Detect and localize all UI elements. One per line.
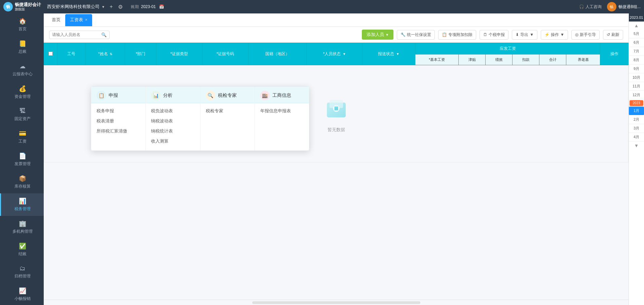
settings-button[interactable]: ⚙ <box>117 2 124 11</box>
tab-salary-label: 工资表 <box>70 17 83 23</box>
search-input[interactable] <box>52 32 99 37</box>
main-layout: 🏠 首页 📒 总账 ☁ 云报表中心 💰 资金管理 🏗 固定资产 💳 工资 📄 发… <box>0 13 644 305</box>
status-filter-icon[interactable]: ▼ <box>343 52 346 56</box>
dropdown-item-taxcheck[interactable]: 税检专家 <box>206 106 249 116</box>
company-name: 西安虾米网络科技有限公司 <box>47 4 100 10</box>
user-name: 畅捷通B组... <box>618 4 641 10</box>
export-arrow: ▼ <box>530 32 534 37</box>
tax-icon: 📊 <box>19 197 26 205</box>
calendar-button[interactable]: 📅 <box>158 3 165 10</box>
dropdown-item-tax-burden[interactable]: 税负波动表 <box>151 106 194 116</box>
right-panel-month-3[interactable]: 3月 <box>629 124 644 133</box>
social-insurance-label: 统一社保设置 <box>407 32 431 38</box>
dropdown-item-income-tax[interactable]: 所得税汇算清缴 <box>97 126 140 136</box>
support-label[interactable]: 🎧 人工咨询 <box>579 4 602 10</box>
guide-button[interactable]: ◎ 新手引导 <box>571 30 600 40</box>
right-panel-month-2[interactable]: 2月 <box>629 115 644 124</box>
sidebar-label-archive: 归档管理 <box>14 273 31 279</box>
toolbar: 🔍 添加人员 ▼ 🔧 统一社保设置 📋 专项附加扣除 🗒 个税申报 ⬇ 导出 <box>44 27 629 43</box>
inventory-icon: 📦 <box>19 175 26 182</box>
sidebar-item-archive[interactable]: 🗂 归档管理 <box>0 261 44 283</box>
tab-close-button[interactable]: × <box>85 17 87 22</box>
top-bar: 畅 畅捷通好会计 旗舰版 西安虾米网络科技有限公司 ▼ + ⚙ 账期 2023-… <box>0 0 644 13</box>
right-panel-month-1[interactable]: 1月 <box>629 107 644 115</box>
th-total: 合计 <box>539 54 566 65</box>
sidebar-item-report[interactable]: 📈 小畅报销 <box>0 283 44 305</box>
sidebar-item-fund[interactable]: 💰 资金管理 <box>0 81 44 104</box>
right-panel-month-7[interactable]: 7月 <box>629 47 644 56</box>
dropdown-item-tax-report[interactable]: 税务申报 <box>97 106 140 116</box>
th-checkbox[interactable] <box>44 43 58 65</box>
right-panel-month-8[interactable]: 8月 <box>629 56 644 65</box>
tab-home[interactable]: 首页 <box>47 14 65 26</box>
dropdown-section-taxcheck: 🔍 税检专家 税检专家 <box>200 87 255 150</box>
sidebar-item-invoice[interactable]: 📄 发票管理 <box>0 148 44 171</box>
section-items-business: 年报信息申报表 <box>255 103 309 120</box>
add-company-button[interactable]: + <box>108 2 114 11</box>
dropdown-section-business: 🏬 工商信息 年报信息申报表 <box>255 87 309 150</box>
tab-home-label: 首页 <box>52 17 61 23</box>
sidebar-label-home: 首页 <box>18 26 27 32</box>
report-filter-icon[interactable]: ▼ <box>396 52 400 56</box>
tab-salary[interactable]: 工资表 × <box>65 14 92 26</box>
sidebar-item-settle[interactable]: ✅ 结账 <box>0 238 44 261</box>
dropdown-item-tax-table[interactable]: 税表清册 <box>97 116 140 126</box>
special-deduction-icon: 📋 <box>442 32 447 37</box>
guide-label: 新手引导 <box>580 32 596 38</box>
right-panel-month-11[interactable]: 11月 <box>629 82 644 91</box>
right-panel-month-10[interactable]: 10月 <box>629 73 644 82</box>
dropdown-menu: 📋 申报 税务申报 税表清册 所得税汇算清缴 📊 <box>91 86 309 151</box>
horizontal-scrollbar[interactable] <box>252 301 420 304</box>
cloud-icon: ☁ <box>20 63 26 70</box>
business-section-icon: 🏬 <box>260 91 270 100</box>
home-icon: 🏠 <box>19 17 26 25</box>
special-deduction-button[interactable]: 📋 专项附加扣除 <box>438 30 476 40</box>
section-header-taxcheck: 🔍 税检专家 <box>200 87 255 103</box>
right-panel-month-5[interactable]: 5月 <box>629 30 644 38</box>
right-panel-month-9[interactable]: 9月 <box>629 65 644 73</box>
sidebar-item-assets[interactable]: 🏗 固定资产 <box>0 104 44 126</box>
refresh-button[interactable]: ↺ 刷新 <box>603 30 623 40</box>
sidebar-item-cloud[interactable]: ☁ 云报表中心 <box>0 59 44 81</box>
right-panel-up[interactable]: ▲ <box>629 22 644 30</box>
right-panel-month-12[interactable]: 12月 <box>629 91 644 100</box>
dropdown-item-tax-stats[interactable]: 纳税统计表 <box>151 126 194 136</box>
dropdown-item-annual-report[interactable]: 年报信息申报表 <box>260 106 304 116</box>
sidebar-label-ledger: 总账 <box>18 49 27 54</box>
th-id-num: 工号 <box>58 43 86 65</box>
add-person-button[interactable]: 添加人员 ▼ <box>362 30 393 40</box>
right-panel-month-4[interactable]: 4月 <box>629 133 644 142</box>
search-icon[interactable]: 🔍 <box>101 32 107 37</box>
company-selector[interactable]: 西安虾米网络科技有限公司 ▼ <box>47 4 105 10</box>
th-base-salary: *基本工资 <box>415 54 459 65</box>
personal-tax-button[interactable]: 🗒 个税申报 <box>480 30 508 40</box>
section-header-business: 🏬 工商信息 <box>255 87 309 103</box>
sidebar-label-fund: 资金管理 <box>14 94 31 100</box>
social-insurance-button[interactable]: 🔧 统一社保设置 <box>397 30 435 40</box>
social-insurance-icon: 🔧 <box>401 32 406 37</box>
sidebar-item-salary[interactable]: 💳 工资 <box>0 126 44 148</box>
salary-icon: 💳 <box>19 130 26 137</box>
sidebar-item-tax[interactable]: 📊 税务管理 <box>0 193 44 216</box>
sidebar-item-multi[interactable]: 🏢 多机构管理 <box>0 216 44 238</box>
sidebar-item-ledger[interactable]: 📒 总账 <box>0 36 44 59</box>
export-button[interactable]: ⬇ 导出 ▼ <box>512 30 537 40</box>
sidebar-item-inventory[interactable]: 📦 库存核算 <box>0 171 44 193</box>
table-container: 工号 *姓名 ⇅ *部门 *证据类型 *证据号码 国籍（地区） *人员状态 ▼ … <box>44 43 629 300</box>
app-logo: 畅 畅捷通好会计 旗舰版 <box>3 2 44 11</box>
operations-arrow: ▼ <box>560 32 564 37</box>
sidebar-label-multi: 多机构管理 <box>12 229 33 234</box>
right-panel-down[interactable]: ▼ <box>629 142 644 150</box>
select-all-checkbox[interactable] <box>48 51 53 56</box>
operations-button[interactable]: ⚡ 操作 ▼ <box>541 30 568 40</box>
dropdown-item-tax-payment[interactable]: 纳税波动表 <box>151 116 194 126</box>
dropdown-item-income-calc[interactable]: 收入测算 <box>151 136 194 146</box>
sort-icon[interactable]: ⇅ <box>110 52 112 56</box>
dropdown-section-analysis: 📊 分析 税负波动表 纳税波动表 纳税统计表 收入测算 <box>146 87 200 150</box>
right-panel-month-6[interactable]: 6月 <box>629 38 644 47</box>
sidebar-label-salary: 工资 <box>18 139 27 144</box>
period-label: 账期 <box>131 4 139 10</box>
sidebar-item-home[interactable]: 🏠 首页 <box>0 13 44 36</box>
analysis-section-icon: 📊 <box>151 91 160 100</box>
period-info: 账期 2023-01 📅 <box>131 3 165 10</box>
